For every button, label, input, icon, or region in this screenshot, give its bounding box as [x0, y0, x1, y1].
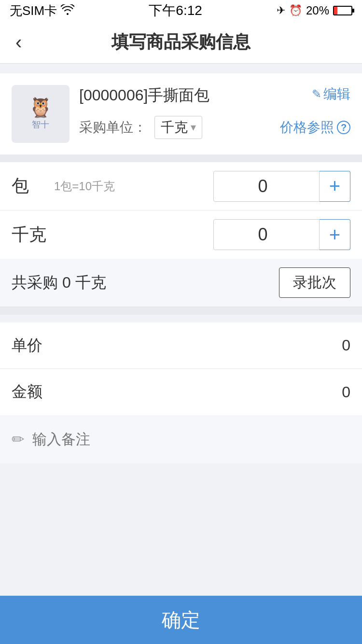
quantity-row-bao: 包 1包=10千克 +	[0, 162, 362, 210]
qty-sublabel-bao: 1包=10千克	[54, 179, 115, 194]
status-left: 无SIM卡	[10, 2, 74, 19]
unit-label: 采购单位：	[79, 118, 147, 137]
back-button[interactable]: ‹	[12, 28, 26, 57]
amount-value: 0	[342, 383, 350, 401]
page-title: 填写商品采购信息	[111, 30, 251, 54]
status-bar: 无SIM卡 下午6:12 ✈ ⏰ 20%	[0, 0, 362, 21]
notes-pencil-icon: ✏	[12, 430, 25, 448]
price-reference-button[interactable]: 价格参照 ?	[280, 118, 350, 137]
battery-percent: 20%	[306, 4, 329, 17]
logo-text: 智十	[28, 119, 53, 130]
price-ref-icon: ?	[337, 121, 350, 134]
qty-label-kg: 千克	[12, 223, 50, 247]
product-logo: 🦉	[28, 98, 53, 117]
battery-icon	[333, 6, 352, 15]
qty-plus-bao[interactable]: +	[320, 171, 350, 202]
amount-label: 金额	[12, 381, 42, 403]
pricing-section: 单价 0 金额 0	[0, 322, 362, 415]
qty-input-wrap-kg: +	[213, 219, 350, 250]
product-name: [0000006]手撕面包	[79, 85, 304, 106]
qty-plus-kg[interactable]: +	[320, 219, 350, 250]
unit-select[interactable]: 千克 ▾	[154, 116, 202, 139]
total-row: 共采购 0 千克 录批次	[0, 259, 362, 307]
batch-button[interactable]: 录批次	[279, 267, 350, 298]
qty-input-bao[interactable]	[213, 171, 320, 202]
wifi-icon	[61, 3, 74, 18]
notes-input[interactable]	[32, 431, 350, 448]
amount-row: 金额 0	[0, 369, 362, 415]
total-text: 共采购 0 千克	[12, 272, 106, 294]
total-unit: 千克	[75, 274, 106, 291]
qty-input-kg[interactable]	[213, 219, 320, 250]
carrier-text: 无SIM卡	[10, 2, 57, 19]
unit-value: 千克	[161, 118, 188, 137]
price-ref-label: 价格参照	[280, 118, 334, 137]
status-right: ✈ ⏰ 20%	[277, 4, 352, 17]
section-divider-1	[0, 154, 362, 162]
total-prefix: 共采购	[12, 274, 58, 291]
product-card: 🦉 智十 [0000006]手撕面包 ✎ 编辑 采购单位： 千克 ▾ 价格参照	[0, 73, 362, 154]
dropdown-arrow-icon: ▾	[191, 121, 196, 134]
product-thumbnail: 🦉 智十	[12, 85, 70, 143]
alarm-icon: ⏰	[289, 4, 302, 17]
edit-label: 编辑	[323, 85, 350, 103]
quantity-row-kg: 千克 +	[0, 210, 362, 259]
edit-button[interactable]: ✎ 编辑	[312, 85, 350, 103]
qty-input-wrap-bao: +	[213, 171, 350, 202]
unit-price-row: 单价 0	[0, 322, 362, 369]
section-divider-2	[0, 307, 362, 315]
location-icon: ✈	[277, 4, 285, 17]
unit-price-value: 0	[342, 336, 350, 354]
nav-bar: ‹ 填写商品采购信息	[0, 21, 362, 64]
edit-icon: ✎	[312, 87, 321, 101]
status-time: 下午6:12	[149, 1, 202, 20]
total-amount: 0	[62, 274, 71, 291]
confirm-button[interactable]: 确定	[0, 596, 362, 644]
product-info: [0000006]手撕面包 ✎ 编辑 采购单位： 千克 ▾ 价格参照 ?	[79, 85, 350, 139]
quantity-section: 包 1包=10千克 + 千克 +	[0, 162, 362, 259]
qty-label-bao: 包	[12, 174, 50, 198]
unit-price-label: 单价	[12, 335, 42, 356]
notes-section: ✏	[0, 415, 362, 463]
